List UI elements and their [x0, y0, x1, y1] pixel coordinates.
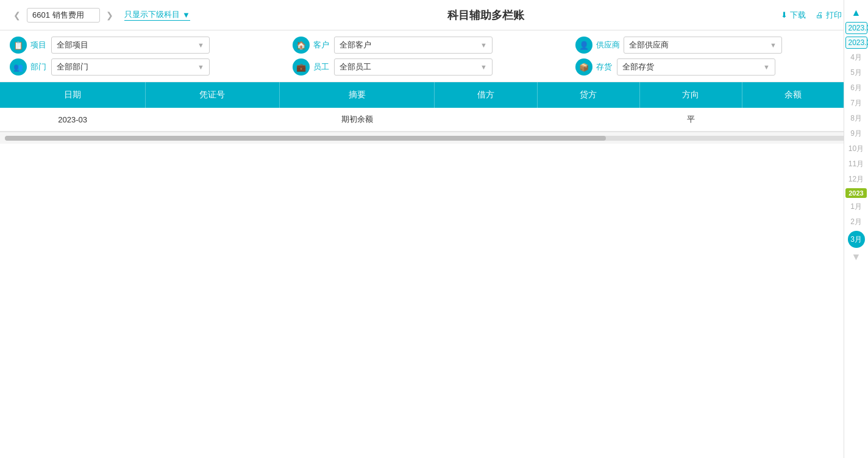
month-7[interactable]: 7月 — [844, 96, 868, 111]
cell-summary: 期初余额 — [280, 108, 435, 132]
top-actions: ⬇ 下载 🖨 打印 — [781, 10, 842, 21]
filter-project: 📋 项目 全部项目 ▼ — [10, 37, 293, 54]
customer-value: 全部客户 — [340, 40, 371, 51]
account-code-field[interactable]: 6601 销售费用 — [27, 8, 100, 23]
right-sidebar: ▲ 2023.03 2023.03 4月 5月 6月 7月 8月 9月 10月 … — [844, 0, 868, 458]
col-debit: 借方 — [435, 82, 537, 108]
account-name-value: 销售费用 — [52, 10, 84, 21]
month-1[interactable]: 1月 — [844, 199, 868, 214]
department-label: 部门 — [30, 62, 48, 72]
page-title: 科目辅助多栏账 — [190, 8, 781, 23]
print-button[interactable]: 🖨 打印 — [816, 10, 842, 21]
customer-select[interactable]: 全部客户 ▼ — [334, 37, 493, 54]
col-direction: 方向 — [639, 82, 742, 108]
department-icon: 👥 — [10, 58, 27, 76]
table-header-row: 日期 凭证号 摘要 借方 贷方 方向 余额 — [0, 82, 844, 108]
project-label: 项目 — [30, 40, 48, 51]
supplier-select[interactable]: 全部供应商 ▼ — [624, 37, 782, 54]
col-summary: 摘要 — [280, 82, 435, 108]
month-8[interactable]: 8月 — [844, 111, 868, 126]
cell-direction: 平 — [639, 108, 742, 132]
period-2023-03-top[interactable]: 2023.03 — [845, 22, 867, 34]
scrollbar-track[interactable] — [5, 136, 863, 141]
month-9[interactable]: 9月 — [844, 126, 868, 141]
project-select[interactable]: 全部项目 ▼ — [51, 37, 210, 54]
inventory-value: 全部存货 — [622, 62, 654, 72]
employee-label: 员工 — [313, 62, 330, 72]
sidebar-down-arrow[interactable]: ▼ — [849, 249, 864, 265]
employee-value: 全部员工 — [340, 62, 371, 72]
filter-employee: 💼 员工 全部员工 ▼ — [293, 58, 575, 76]
month-5[interactable]: 5月 — [844, 65, 868, 80]
account-code-value: 6601 — [32, 10, 50, 19]
month-2[interactable]: 2月 — [844, 214, 868, 230]
download-button[interactable]: ⬇ 下载 — [781, 10, 806, 21]
filter-customer: 🏠 客户 全部客户 ▼ — [293, 37, 575, 54]
cell-credit — [537, 108, 639, 132]
department-arrow: ▼ — [197, 63, 204, 71]
customer-icon: 🏠 — [293, 37, 310, 54]
print-label: 打印 — [826, 10, 842, 21]
project-arrow: ▼ — [197, 41, 204, 49]
filter-row-1: 📋 项目 全部项目 ▼ 🏠 客户 全部客户 ▼ — [10, 37, 858, 54]
month-4[interactable]: 4月 — [844, 50, 868, 65]
table-row: 2023-03 期初余额 平 — [0, 108, 844, 132]
month-3-active[interactable]: 3月 — [848, 231, 865, 248]
month-6[interactable]: 6月 — [844, 80, 868, 96]
employee-arrow: ▼ — [480, 63, 487, 71]
year-label-2023[interactable]: 2023 — [845, 188, 866, 198]
col-credit: 贷方 — [537, 82, 639, 108]
ledger-table: 日期 凭证号 摘要 借方 贷方 方向 余额 2023-03 — [0, 82, 844, 132]
filter-department: 👥 部门 全部部门 ▼ — [10, 58, 293, 76]
month-12[interactable]: 12月 — [844, 172, 868, 187]
department-value: 全部部门 — [57, 62, 88, 72]
print-icon: 🖨 — [816, 10, 824, 19]
month-11[interactable]: 11月 — [844, 157, 868, 172]
customer-arrow: ▼ — [480, 41, 487, 49]
project-icon: 📋 — [10, 37, 27, 54]
employee-icon: 💼 — [293, 58, 310, 76]
show-sub-label: 只显示下级科目 — [124, 9, 180, 20]
supplier-value: 全部供应商 — [629, 40, 669, 51]
filter-supplier: 👤 供应商 全部供应商 ▼ — [575, 37, 858, 54]
cell-balance — [742, 108, 844, 132]
sidebar-up-arrow[interactable]: ▲ — [849, 5, 864, 21]
project-value: 全部项目 — [57, 40, 88, 51]
supplier-icon: 👤 — [575, 37, 592, 54]
download-label: 下载 — [790, 10, 806, 21]
col-voucher: 凭证号 — [145, 82, 280, 108]
employee-select[interactable]: 全部员工 ▼ — [334, 58, 493, 76]
col-balance: 余额 — [742, 82, 844, 108]
supplier-arrow: ▼ — [770, 41, 777, 49]
prev-arrow[interactable]: ❮ — [10, 9, 24, 21]
cell-voucher — [145, 108, 280, 132]
filter-row-2: 👥 部门 全部部门 ▼ 💼 员工 全部员工 ▼ — [10, 58, 858, 76]
download-icon: ⬇ — [781, 10, 788, 19]
department-select[interactable]: 全部部门 ▼ — [51, 58, 210, 76]
month-10[interactable]: 10月 — [844, 141, 868, 157]
filter-inventory: 📦 存货 全部存货 ▼ — [575, 58, 858, 76]
top-bar: ❮ 6601 销售费用 ❯ 只显示下级科目 ▼ 科目辅助多栏账 ⬇ 下载 — [0, 0, 868, 30]
inventory-arrow: ▼ — [763, 63, 770, 71]
show-sub-arrow: ▼ — [182, 10, 190, 19]
cell-debit — [435, 108, 537, 132]
supplier-label: 供应商 — [596, 40, 620, 51]
cell-date: 2023-03 — [0, 108, 145, 132]
inventory-select[interactable]: 全部存货 ▼ — [617, 58, 775, 76]
customer-label: 客户 — [313, 40, 330, 51]
filter-area: 📋 项目 全部项目 ▼ 🏠 客户 全部客户 ▼ — [0, 30, 868, 82]
period-2023-03-bottom[interactable]: 2023.03 — [845, 37, 867, 49]
scrollbar-thumb[interactable] — [5, 136, 606, 141]
show-sub-toggle[interactable]: 只显示下级科目 ▼ — [124, 9, 190, 21]
inventory-icon: 📦 — [575, 58, 592, 76]
table-area: 日期 凭证号 摘要 借方 贷方 方向 余额 2023-03 — [0, 82, 868, 132]
next-arrow[interactable]: ❯ — [102, 9, 117, 21]
col-date: 日期 — [0, 82, 145, 108]
bottom-scrollbar[interactable] — [0, 132, 868, 144]
inventory-label: 存货 — [596, 62, 613, 72]
